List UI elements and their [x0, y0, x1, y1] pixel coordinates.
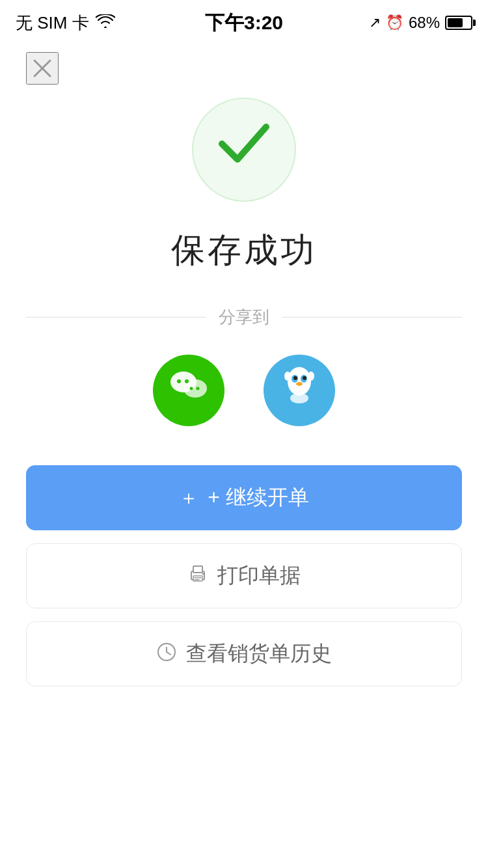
continue-button[interactable]: ＋ + 继续开单	[26, 465, 462, 530]
share-divider: 分享到	[26, 306, 462, 329]
success-title: 保存成功	[171, 228, 317, 273]
wifi-icon	[96, 13, 115, 33]
svg-point-13	[303, 376, 306, 380]
battery-percent: 68%	[409, 14, 440, 32]
alarm-icon: ⏰	[386, 14, 403, 31]
clock-icon	[156, 642, 177, 667]
svg-rect-19	[193, 576, 202, 581]
svg-point-9	[290, 393, 308, 403]
svg-point-7	[197, 387, 200, 390]
checkmark-icon	[218, 121, 270, 173]
success-circle	[192, 98, 296, 202]
status-bar: 无 SIM 卡 下午3:20 ↗ ⏰ 68%	[0, 0, 488, 39]
svg-line-25	[167, 652, 170, 655]
status-carrier: 无 SIM 卡	[16, 12, 115, 34]
action-buttons: ＋ + 继续开单 打印单据	[26, 465, 462, 686]
svg-point-16	[308, 372, 314, 381]
share-icons-row	[153, 355, 335, 426]
divider-line-left	[26, 317, 206, 318]
plus-icon: ＋	[179, 485, 198, 511]
status-indicators: ↗ ⏰ 68%	[369, 14, 472, 32]
divider-line-right	[282, 317, 462, 318]
share-label: 分享到	[206, 306, 282, 329]
print-label: 打印单据	[217, 562, 301, 590]
svg-point-5	[185, 379, 189, 383]
svg-point-12	[293, 376, 297, 380]
svg-point-22	[202, 573, 204, 575]
svg-point-15	[284, 372, 291, 381]
battery-icon	[445, 16, 472, 30]
svg-rect-18	[193, 566, 202, 573]
location-icon: ↗	[369, 14, 381, 31]
close-icon	[32, 58, 53, 79]
close-button[interactable]	[26, 52, 59, 85]
status-time: 下午3:20	[205, 10, 283, 36]
main-content: 保存成功 分享到	[0, 39, 488, 712]
svg-point-6	[190, 387, 193, 390]
continue-label: + 继续开单	[208, 483, 309, 512]
history-button[interactable]: 查看销货单历史	[26, 621, 462, 686]
history-label: 查看销货单历史	[186, 640, 332, 668]
print-icon	[187, 563, 208, 589]
qq-icon	[280, 366, 318, 415]
wechat-icon	[169, 369, 208, 412]
print-button[interactable]: 打印单据	[26, 543, 462, 608]
svg-point-8	[288, 367, 311, 396]
svg-point-4	[177, 379, 181, 383]
wechat-share-button[interactable]	[153, 355, 224, 426]
qq-share-button[interactable]	[264, 355, 335, 426]
carrier-text: 无 SIM 卡	[16, 12, 89, 34]
svg-point-14	[296, 382, 303, 386]
